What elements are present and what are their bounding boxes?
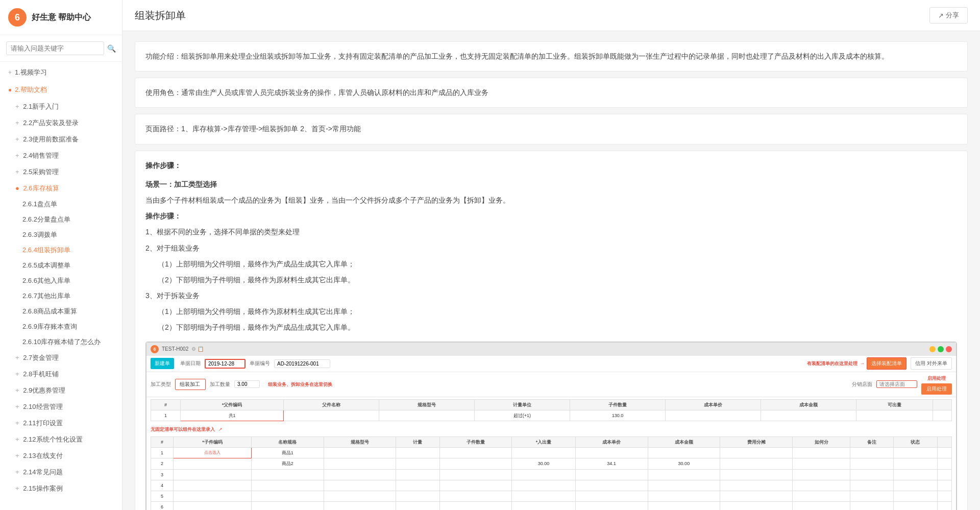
sidebar-item-261[interactable]: 2.6.1盘点单 — [0, 197, 122, 212]
sidebar-item-264[interactable]: 2.6.4组装拆卸单 — [0, 242, 122, 258]
win-min-btn[interactable] — [929, 346, 936, 352]
annotation3-text: 组装业务、拆卸业务在这里切换 — [268, 380, 332, 388]
upper-td-qty: 130.0 — [570, 410, 665, 421]
lower-th-no: # — [151, 436, 174, 447]
process-btn-mock[interactable]: 启用处理 — [921, 383, 952, 395]
upper-td-unit: 超过(+1) — [474, 410, 570, 421]
expand-icon-25: + — [15, 168, 19, 176]
step1-label: 操作步骤： — [145, 210, 957, 223]
app-title-text: TEST-H002 — [162, 345, 188, 354]
intro-card: 功能介绍：组装拆卸单用来处理企业组装或拆卸等加工业务，支持有固定装配清单的产品加… — [135, 41, 968, 71]
warehouse-input-mock[interactable] — [876, 380, 917, 388]
no-input-mock[interactable] — [274, 359, 330, 368]
lower-th-remark: 备注 — [850, 436, 894, 447]
sidebar-item-269[interactable]: 2.6.9库存账本查询 — [0, 319, 122, 334]
sidebar-item-docs-25[interactable]: + 2.5采购管理 — [0, 164, 122, 180]
expand-icon-24: + — [15, 152, 19, 159]
date-label-mock: 单据日期 — [180, 359, 201, 368]
app-toolbar: 新建单 单据日期 单据编号 有装配清单的在这里处理 → 选择装配清单 — [146, 356, 956, 372]
upper-th-name: 父件名称 — [283, 399, 379, 410]
upper-th-amount: 成本金额 — [761, 399, 856, 410]
app-window: 6 TEST-H002 ⚙ 📋 新建单 — [146, 342, 957, 510]
new-btn[interactable]: 新建单 — [151, 358, 174, 369]
sidebar-item-docs-26[interactable]: ● 2.6库存核算 — [0, 180, 122, 197]
content-area: 功能介绍：组装拆卸单用来处理企业组装或拆卸等加工业务，支持有固定装配清单的产品加… — [122, 31, 980, 510]
sidebar-item-263[interactable]: 2.6.3调拨单 — [0, 227, 122, 242]
upper-table-row: 1 共1 超过(+1) 130.0 — [151, 410, 952, 421]
lower-th-costamt: 成本金额 — [648, 436, 720, 447]
sidebar-item-265[interactable]: 2.6.5成本调整单 — [0, 258, 122, 273]
app-logo-icon: 6 — [151, 345, 159, 353]
win-max-btn[interactable] — [938, 346, 944, 352]
upper-th-spec: 规格型号 — [379, 399, 474, 410]
sidebar-item-docs-27[interactable]: + 2.7资金管理 — [0, 350, 122, 366]
annotation1-arrow: → — [860, 359, 865, 368]
step3-1a: （1）上部明细为父件明细，最终作为原材料生成其它出库单； — [158, 305, 957, 318]
expand-icon-210: + — [15, 403, 19, 410]
sidebar-item-video[interactable]: + 1.视频学习 — [0, 64, 122, 81]
lower-th-costprice: 成本单价 — [575, 436, 648, 447]
sidebar-nav: + 1.视频学习 ● 2.帮助文档 + 2.1新手入门 + 2.2产品安装及登录… — [0, 62, 122, 499]
sidebar-item-262[interactable]: 2.6.2分量盘点单 — [0, 212, 122, 227]
lower-row-5: 5 — [151, 491, 952, 501]
sidebar-item-docs-22[interactable]: + 2.2产品安装及登录 — [0, 115, 122, 131]
upper-table: # *父件编码 父件名称 规格型号 计量单位 子件数量 成本单价 成本金额 可出… — [151, 399, 952, 421]
credit-btn[interactable]: 信用 对外来单 — [911, 357, 952, 370]
sidebar-item-docs-24[interactable]: + 2.4销售管理 — [0, 148, 122, 164]
intro-text: 功能介绍：组装拆卸单用来处理企业组装或拆卸等加工业务，支持有固定装配清单的产品加… — [145, 52, 889, 60]
upper-th-avail: 可出量 — [856, 399, 933, 410]
expand-icon-213: + — [15, 452, 19, 459]
win-close-btn[interactable] — [946, 346, 952, 352]
scene1-title: 场景一：加工类型选择 — [145, 178, 957, 191]
select-bom-btn[interactable]: 选择装配清单 — [867, 357, 906, 370]
sidebar-item-268[interactable]: 2.6.8商品成本重算 — [0, 304, 122, 319]
screenshot-mock: 6 TEST-H002 ⚙ 📋 新建单 — [145, 342, 957, 510]
sidebar-item-docs-211[interactable]: + 2.11打印设置 — [0, 415, 122, 431]
sidebar-item-2610[interactable]: 2.6.10库存账本错了怎么办 — [0, 334, 122, 350]
sidebar-item-docs-215[interactable]: + 2.15操作案例 — [0, 480, 122, 497]
expand-icon-21: + — [15, 103, 19, 110]
app-title-bar-left: 6 TEST-H002 ⚙ 📋 — [151, 345, 204, 354]
qty-label-mock: 加工数量 — [210, 380, 230, 389]
expand-icon-27: + — [15, 354, 19, 361]
lower-row-4: 4 — [151, 480, 952, 491]
step1-2: 2、对于组装业务 — [145, 242, 957, 255]
step1-1: 1、根据不同的业务，选择不同单据的类型来处理 — [145, 226, 957, 238]
annotation5-arrow: ↗ — [218, 427, 223, 432]
expand-icon-212: + — [15, 435, 19, 443]
lower-table-section: # *子件编码 名称规格 规格型号 计量 子件数量 *入出量 成本单价 成本金额 — [146, 435, 956, 510]
sidebar-item-266[interactable]: 2.6.6其他入库单 — [0, 273, 122, 288]
annotation4-text: 启用处理 — [927, 374, 946, 382]
sidebar-item-docs-212[interactable]: + 2.12系统个性化设置 — [0, 431, 122, 448]
sidebar-item-docs[interactable]: ● 2.帮助文档 — [0, 81, 122, 99]
sidebar-item-docs-28[interactable]: + 2.8手机旺铺 — [0, 366, 122, 382]
sidebar-item-docs-214[interactable]: + 2.14常见问题 — [0, 464, 122, 480]
expand-icon-28: + — [15, 370, 19, 378]
sidebar-item-docs-210[interactable]: + 2.10经营管理 — [0, 399, 122, 415]
search-button[interactable]: 🔍 — [107, 44, 116, 53]
search-input[interactable] — [6, 41, 104, 55]
logo-text: 好生意 帮助中心 — [32, 12, 91, 23]
annotation1-text: 有装配清单的在这里处理 — [807, 359, 857, 368]
path-text: 页面路径：1、库存核算->库存管理->组装拆卸单 2、首页->常用功能 — [145, 125, 361, 133]
sidebar-item-267[interactable]: 2.6.7其他出库单 — [0, 288, 122, 304]
sidebar-item-docs-23[interactable]: + 2.3使用前数据准备 — [0, 131, 122, 148]
step3-1b: （2）下部明细为子件明细，最终作为产成品生成其它入库单。 — [158, 321, 957, 334]
date-input-mock[interactable] — [205, 359, 246, 369]
app-title-bar: 6 TEST-H002 ⚙ 📋 — [146, 343, 956, 356]
expand-icon-29: + — [15, 386, 19, 394]
sidebar-item-docs-21[interactable]: + 2.1新手入门 — [0, 99, 122, 115]
type-select-mock[interactable]: 组装加工 — [175, 379, 206, 390]
upper-td-name — [283, 410, 379, 421]
lower-row-2: 2 商品2 30.00 34.1 30.00 — [151, 458, 952, 469]
lower-th-code: *子件编码 — [174, 436, 252, 447]
sidebar-item-docs-29[interactable]: + 2.9优惠券管理 — [0, 382, 122, 399]
sidebar: 6 好生意 帮助中心 🔍 + 1.视频学习 ● 2.帮助文档 + 2.1新手入门… — [0, 0, 122, 510]
sidebar-item-docs-213[interactable]: + 2.13在线支付 — [0, 448, 122, 464]
expand-icon-22: + — [15, 119, 19, 127]
upper-th-ops — [933, 399, 951, 410]
share-button[interactable]: ↗ 分享 — [929, 7, 968, 23]
qty-input-mock[interactable] — [234, 380, 260, 388]
step2-1b: （2）下部明细为子件明细，最终作为原材料生成其它出库单。 — [158, 274, 957, 286]
upper-td-amount — [761, 410, 856, 421]
